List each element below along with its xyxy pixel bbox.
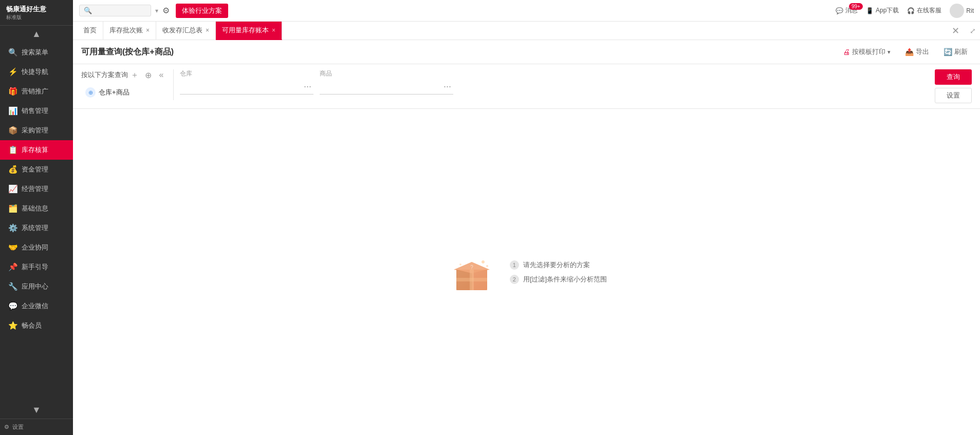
- scheme-item-warehouse-goods[interactable]: ⊕ 仓库+商品: [81, 85, 167, 100]
- username-label: Rit: [966, 7, 974, 14]
- trial-button[interactable]: 体验行业方案: [176, 4, 228, 18]
- sidebar: 畅康通好生意 标准版 ▲ 🔍 搜索菜单 ⚡ 快捷导航 🎁 营销推广 📊 销售管理…: [0, 0, 73, 435]
- tip-num-2: 2: [510, 275, 519, 284]
- sidebar-label-inventory: 库存核算: [22, 145, 48, 155]
- app-icon: 📱: [866, 7, 874, 14]
- sidebar-label-operations: 经营管理: [22, 184, 48, 194]
- empty-tip-1: 1 请先选择要分析的方案: [510, 260, 607, 270]
- tab-label-receipt-summary: 收发存汇总表: [162, 26, 202, 35]
- purchase-mgmt-icon: 📦: [8, 126, 17, 135]
- sidebar-item-inventory[interactable]: 📋 库存核算: [0, 140, 73, 160]
- add-scheme-button[interactable]: ＋: [129, 69, 140, 81]
- sidebar-item-enterprise-wechat[interactable]: 💬 企业微信: [0, 296, 73, 316]
- tab-close-batch-ledger[interactable]: ×: [146, 27, 150, 34]
- sidebar-item-finance[interactable]: 💰 资金管理: [0, 160, 73, 179]
- export-label: 导出: [916, 47, 929, 56]
- sidebar-scroll-down[interactable]: ▼: [0, 402, 73, 419]
- sidebar-item-sales-mgmt[interactable]: 📊 销售管理: [0, 101, 73, 121]
- tab-bar: 首页库存批次账×收发存汇总表×可用量库存账本×✕ ⤢: [73, 22, 980, 40]
- topbar-search-box[interactable]: 🔍: [79, 5, 151, 16]
- sidebar-nav: 🔍 搜索菜单 ⚡ 快捷导航 🎁 营销推广 📊 销售管理 📦 采购管理 📋 库存核…: [0, 43, 73, 402]
- page-header: 可用量查询(按仓库+商品) 🖨 按模板打印 ▾ 📤 导出 🔄 刷新: [73, 40, 980, 64]
- app-download-label: App下载: [876, 6, 899, 15]
- tab-available-ledger[interactable]: 可用量库存账本×: [216, 22, 282, 40]
- empty-box-icon: ?: [446, 247, 497, 298]
- goods-input[interactable]: [320, 83, 439, 90]
- query-button[interactable]: 查询: [935, 69, 972, 85]
- sidebar-item-members[interactable]: ⭐ 畅会员: [0, 316, 73, 335]
- enterprise-coop-icon: 🤝: [8, 243, 17, 252]
- topbar: 🔍 ▾ ⚙ 体验行业方案 💬 消息 99+ 📱 App下载 🎧 在线客服 Rit: [73, 0, 980, 22]
- settings-scheme-button[interactable]: ⊕: [142, 69, 154, 81]
- collapse-scheme-button[interactable]: «: [156, 69, 167, 81]
- tab-home[interactable]: 首页: [77, 22, 103, 40]
- sidebar-item-operations[interactable]: 📈 经营管理: [0, 179, 73, 199]
- warehouse-field-input-wrapper: ···: [180, 79, 313, 94]
- svg-point-4: [482, 260, 485, 263]
- sidebar-item-shortcut[interactable]: ⚡ 快捷导航: [0, 62, 73, 82]
- tabs-expand-button[interactable]: ⤢: [966, 22, 980, 40]
- filter-schemes-actions: ＋ ⊕ «: [129, 69, 167, 81]
- empty-tips: 1 请先选择要分析的方案 2 用[过滤]条件来缩小分析范围: [510, 260, 607, 284]
- marketing-promo-icon: 🎁: [8, 87, 17, 96]
- empty-state: ? 1 请先选择要分析的方案 2 用[过滤]条件来缩小分析范围: [73, 109, 980, 435]
- sidebar-label-app-center: 应用中心: [22, 282, 48, 291]
- brand-name: 畅康通好生意: [6, 5, 67, 14]
- sidebar-label-members: 畅会员: [22, 321, 42, 330]
- system-mgmt-icon: ⚙️: [8, 223, 17, 233]
- tip-text-2: 用[过滤]条件来缩小分析范围: [523, 275, 607, 284]
- sidebar-label-basic-info: 基础信息: [22, 204, 48, 213]
- sidebar-scroll-up[interactable]: ▲: [0, 26, 73, 43]
- tab-close-available-ledger[interactable]: ×: [272, 27, 275, 34]
- tab-batch-ledger[interactable]: 库存批次账×: [103, 22, 156, 40]
- message-button[interactable]: 💬 消息 99+: [836, 6, 858, 15]
- sidebar-item-enterprise-coop[interactable]: 🤝 企业协同: [0, 238, 73, 257]
- scheme-icon-warehouse: ⊕: [85, 87, 96, 98]
- svg-text:?: ?: [470, 264, 473, 270]
- sidebar-label-finance: 资金管理: [22, 165, 48, 174]
- empty-state-content: ? 1 请先选择要分析的方案 2 用[过滤]条件来缩小分析范围: [446, 247, 607, 298]
- sidebar-item-new-guide[interactable]: 📌 新手引导: [0, 257, 73, 277]
- warehouse-input[interactable]: [180, 83, 300, 90]
- goods-more-icon[interactable]: ···: [441, 81, 453, 92]
- online-service-button[interactable]: 🎧 在线客服: [907, 6, 941, 15]
- refresh-button[interactable]: 🔄 刷新: [939, 45, 972, 59]
- search-input[interactable]: [94, 7, 145, 14]
- sidebar-item-search[interactable]: 🔍 搜索菜单: [0, 43, 73, 62]
- app-download-button[interactable]: 📱 App下载: [866, 6, 899, 15]
- sidebar-label-enterprise-coop: 企业协同: [22, 243, 48, 252]
- sidebar-label-system-mgmt: 系统管理: [22, 223, 48, 233]
- warehouse-more-icon[interactable]: ···: [302, 81, 313, 92]
- sidebar-item-basic-info[interactable]: 🗂️ 基础信息: [0, 199, 73, 218]
- content-area: 可用量查询(按仓库+商品) 🖨 按模板打印 ▾ 📤 导出 🔄 刷新: [73, 40, 980, 435]
- message-badge: 99+: [849, 3, 863, 10]
- export-button[interactable]: 📤 导出: [901, 45, 933, 59]
- user-avatar[interactable]: Rit: [950, 4, 974, 18]
- search-icon: 🔍: [84, 7, 92, 14]
- settings-button[interactable]: 设置: [935, 88, 972, 103]
- avatar-image: [950, 4, 964, 18]
- topbar-gear-icon[interactable]: ⚙: [162, 6, 170, 15]
- tab-label-available-ledger: 可用量库存账本: [222, 26, 269, 35]
- inventory-icon: 📋: [8, 145, 17, 155]
- tab-receipt-summary[interactable]: 收发存汇总表×: [156, 22, 216, 40]
- filter-buttons: 查询 设置: [927, 69, 972, 103]
- refresh-label: 刷新: [954, 47, 968, 56]
- print-button[interactable]: 🖨 按模板打印 ▾: [839, 45, 895, 59]
- sidebar-item-system-mgmt[interactable]: ⚙️ 系统管理: [0, 218, 73, 238]
- sidebar-settings[interactable]: ⚙ 设置: [0, 419, 73, 435]
- enterprise-wechat-icon: 💬: [8, 301, 17, 311]
- sidebar-item-app-center[interactable]: 🔧 应用中心: [0, 277, 73, 296]
- export-icon: 📤: [905, 48, 914, 56]
- goods-field-label: 商品: [320, 69, 453, 78]
- sidebar-item-purchase-mgmt[interactable]: 📦 采购管理: [0, 121, 73, 140]
- operations-icon: 📈: [8, 184, 17, 194]
- new-guide-icon: 📌: [8, 262, 17, 272]
- sidebar-item-marketing-promo[interactable]: 🎁 营销推广: [0, 82, 73, 101]
- search-icon: 🔍: [8, 48, 17, 57]
- members-icon: ⭐: [8, 321, 17, 330]
- tab-close-receipt-summary[interactable]: ×: [206, 27, 209, 34]
- svg-point-5: [459, 263, 461, 266]
- tabs-close-button[interactable]: ✕: [946, 22, 966, 40]
- search-chevron-icon[interactable]: ▾: [155, 7, 158, 14]
